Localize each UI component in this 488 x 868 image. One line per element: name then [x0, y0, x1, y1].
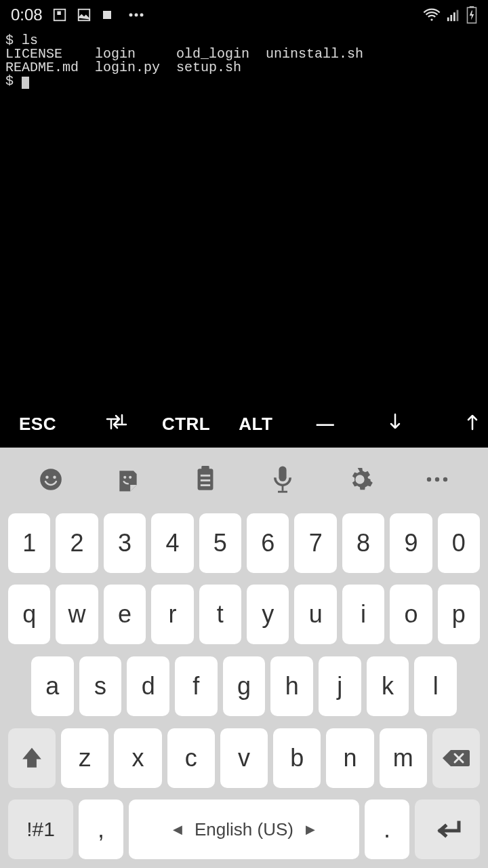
svg-point-26 — [427, 477, 431, 481]
svg-point-14 — [45, 476, 48, 479]
svg-rect-9 — [453, 12, 455, 21]
status-time: 0:08 — [11, 5, 43, 24]
key-k[interactable]: k — [367, 656, 409, 716]
svg-point-16 — [123, 476, 126, 479]
svg-rect-22 — [201, 484, 210, 486]
key-r[interactable]: r — [151, 585, 193, 644]
key-8[interactable]: 8 — [342, 513, 384, 573]
signal-icon — [446, 7, 461, 22]
key-q[interactable]: q — [8, 585, 50, 644]
terminal-cursor — [22, 77, 29, 89]
sticker-icon[interactable] — [110, 461, 146, 498]
alt-key[interactable]: ALT — [221, 414, 291, 435]
cast-icon — [52, 7, 67, 22]
key-l[interactable]: l — [414, 656, 457, 716]
keyboard-key-rows: 1234567890 qwertyuiop asdfghjkl zxcvbnm … — [0, 511, 488, 864]
tab-key[interactable] — [81, 412, 151, 436]
keyboard-row-numbers: 1234567890 — [8, 513, 480, 573]
key-3[interactable]: 3 — [104, 513, 146, 573]
svg-rect-19 — [201, 466, 209, 471]
keyboard-toolbar — [0, 448, 488, 511]
key-9[interactable]: 9 — [390, 513, 432, 573]
ls-line-2: README.md login.py setup.sh — [5, 60, 241, 75]
shift-key[interactable] — [8, 728, 56, 788]
key-x[interactable]: x — [114, 728, 161, 788]
svg-point-15 — [53, 476, 56, 479]
more-icon — [128, 12, 144, 18]
key-h[interactable]: h — [270, 656, 313, 716]
svg-rect-24 — [282, 485, 284, 490]
svg-point-17 — [129, 476, 131, 479]
svg-rect-3 — [103, 11, 111, 19]
soft-keyboard: 1234567890 qwertyuiop asdfghjkl zxcvbnm … — [0, 448, 488, 868]
key-p[interactable]: p — [438, 585, 480, 644]
status-bar: 0:08 — [0, 0, 488, 30]
key-j[interactable]: j — [319, 656, 361, 716]
terminal-output[interactable]: $ ls LICENSE login old_login uninstall.s… — [0, 30, 488, 400]
terminal-prompt-2: $ — [5, 73, 14, 89]
svg-point-13 — [40, 469, 62, 490]
svg-rect-1 — [58, 12, 60, 14]
svg-rect-8 — [450, 15, 452, 21]
down-arrow-key[interactable] — [360, 412, 430, 436]
up-arrow-key[interactable] — [430, 412, 479, 436]
wifi-icon — [423, 7, 441, 22]
settings-icon[interactable] — [342, 461, 378, 498]
key-v[interactable]: v — [220, 728, 268, 788]
mic-icon[interactable] — [264, 461, 301, 498]
key-c[interactable]: c — [167, 728, 215, 788]
battery-icon — [466, 6, 477, 24]
key-0[interactable]: 0 — [438, 513, 480, 573]
key-y[interactable]: y — [247, 585, 289, 644]
enter-key[interactable] — [415, 800, 480, 859]
clipboard-icon[interactable] — [187, 461, 224, 498]
keyboard-row-asdf: asdfghjkl — [8, 656, 480, 716]
key-n[interactable]: n — [326, 728, 373, 788]
key-s[interactable]: s — [79, 656, 122, 716]
backspace-key[interactable] — [432, 728, 480, 788]
svg-rect-23 — [279, 466, 286, 481]
status-left: 0:08 — [11, 5, 144, 24]
key-2[interactable]: 2 — [56, 513, 98, 573]
key-7[interactable]: 7 — [294, 513, 336, 573]
key-b[interactable]: b — [273, 728, 321, 788]
key-4[interactable]: 4 — [151, 513, 193, 573]
key-g[interactable]: g — [223, 656, 266, 716]
key-f[interactable]: f — [175, 656, 218, 716]
esc-key[interactable]: ESC — [19, 414, 81, 435]
key-i[interactable]: i — [342, 585, 384, 644]
more-options-icon[interactable] — [419, 461, 455, 498]
key-w[interactable]: w — [56, 585, 98, 644]
dash-key[interactable]: ― — [291, 414, 361, 435]
key-m[interactable]: m — [380, 728, 427, 788]
key-5[interactable]: 5 — [199, 513, 241, 573]
space-label: English (US) — [195, 819, 293, 840]
svg-rect-21 — [201, 479, 210, 481]
stop-icon — [101, 9, 113, 21]
svg-rect-10 — [457, 10, 459, 22]
emoji-icon[interactable] — [33, 461, 69, 498]
space-key[interactable]: ◀ English (US) ▶ — [129, 800, 359, 859]
symbols-key[interactable]: !#1 — [8, 800, 73, 859]
ctrl-key[interactable]: CTRL — [151, 414, 221, 435]
key-z[interactable]: z — [61, 728, 108, 788]
key-d[interactable]: d — [127, 656, 169, 716]
key-6[interactable]: 6 — [247, 513, 289, 573]
svg-point-6 — [140, 14, 143, 17]
svg-rect-7 — [447, 18, 449, 21]
svg-rect-25 — [278, 491, 287, 493]
key-u[interactable]: u — [294, 585, 336, 644]
prev-lang-icon: ◀ — [173, 822, 182, 837]
next-lang-icon: ▶ — [306, 822, 315, 837]
comma-key[interactable]: , — [79, 800, 123, 859]
key-e[interactable]: e — [104, 585, 146, 644]
svg-rect-20 — [201, 475, 210, 477]
key-t[interactable]: t — [199, 585, 241, 644]
key-o[interactable]: o — [390, 585, 432, 644]
period-key[interactable]: . — [365, 800, 409, 859]
key-1[interactable]: 1 — [8, 513, 50, 573]
status-right — [423, 6, 477, 24]
svg-point-27 — [435, 477, 439, 481]
image-icon — [77, 7, 92, 22]
key-a[interactable]: a — [31, 656, 74, 716]
